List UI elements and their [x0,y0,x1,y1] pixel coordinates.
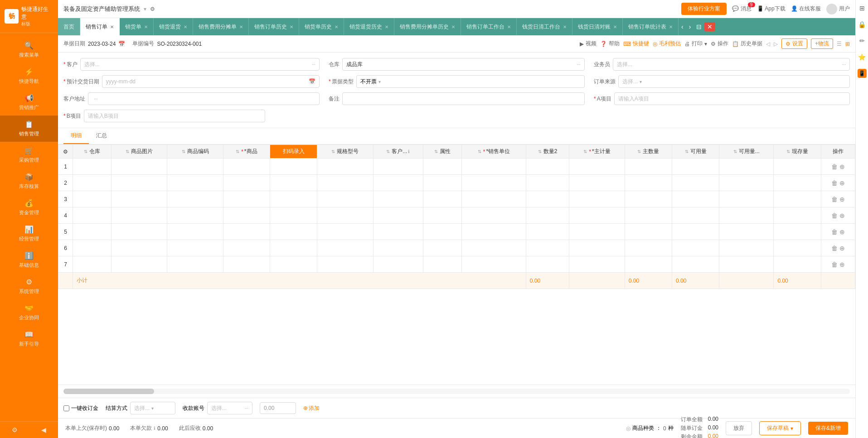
row-5-main-unit[interactable] [569,224,625,240]
row-6-product-image[interactable] [111,240,167,256]
order-source-select[interactable]: 选择... ▾ [618,75,850,88]
row-6-customer-code[interactable] [373,240,423,256]
settings-icon[interactable]: ⚙ [150,6,155,12]
row-4-customer-code[interactable] [373,207,423,224]
row-3-warehouse[interactable] [73,191,112,207]
row-6-sales-unit[interactable] [462,240,526,256]
row-7-sales-unit[interactable] [462,256,526,273]
tab-expense[interactable]: 销售费用分摊单 ✕ [193,18,249,35]
row-3-product[interactable] [223,191,270,207]
tab-daily-workbench-close[interactable]: ✕ [563,24,567,29]
online-service-link[interactable]: 👤 在线客服 [791,5,821,13]
row-2-delete-btn[interactable]: 🗑 [831,179,838,187]
row-7-product-image[interactable] [111,256,167,273]
right-panel-grid-icon[interactable]: ⊞ [858,4,867,13]
tab-return-history[interactable]: 销货退货历史 ✕ [344,18,394,35]
tab-next-button[interactable]: › [686,23,694,30]
row-1-delete-btn[interactable]: 🗑 [831,163,838,170]
row-3-product-image[interactable] [111,191,167,207]
tab-stats-close[interactable]: ✕ [669,24,673,29]
collapse-sidebar-icon[interactable]: ◀ [41,426,46,433]
row-3-spec[interactable] [317,191,373,207]
row-3-attribute[interactable] [423,191,462,207]
row-3-delete-btn[interactable]: 🗑 [831,196,838,203]
row-4-main-qty[interactable] [625,207,672,224]
history-nav-prev[interactable]: ◁ [766,41,770,47]
row-1-attribute[interactable] [423,159,462,175]
b-project-input[interactable]: 请输入B项目 [84,110,265,122]
tab-daily-workbench[interactable]: 钱货日清工作台 ✕ [517,18,572,35]
row-1-product-image[interactable] [111,159,167,175]
row-5-sales-unit[interactable] [462,224,526,240]
row-2-product-code[interactable] [167,175,223,191]
row-2-attribute[interactable] [423,175,462,191]
row-1-spec[interactable] [317,159,373,175]
sales-unit-sort-icon[interactable]: ⇅ [478,149,481,154]
sidebar-item-system[interactable]: ⚙ 系统管理 [0,273,58,299]
row-3-sales-unit[interactable] [462,191,526,207]
row-5-product-code[interactable] [167,224,223,240]
tab-stats[interactable]: 销售订单统计表 ✕ [623,18,679,35]
sidebar-item-marketing[interactable]: 📢 营销推广 [0,89,58,116]
row-5-product-image[interactable] [111,224,167,240]
row-2-product-image[interactable] [111,175,167,191]
history-btn[interactable]: 📋 历史单据 [732,40,762,48]
main-unit-sort-icon[interactable]: ⇅ [583,149,587,154]
row-5-spec[interactable] [317,224,373,240]
row-2-main-unit[interactable] [569,175,625,191]
tab-order-workbench-close[interactable]: ✕ [507,24,511,29]
one-click-payment-input[interactable] [63,405,69,411]
sidebar-item-basics[interactable]: ℹ️ 基础信息 [0,247,58,273]
row-7-product[interactable] [223,256,270,273]
row-5-product[interactable] [223,224,270,240]
row-1-product-code[interactable] [167,159,223,175]
row-4-main-unit[interactable] [569,207,625,224]
row-1-main-qty[interactable] [625,159,672,175]
row-7-attribute[interactable] [423,256,462,273]
delivery-date-calendar-icon[interactable]: 📅 [309,78,315,85]
row-1-copy-btn[interactable]: ⊕ [839,163,845,170]
row-4-quantity2[interactable] [526,207,569,224]
tab-return-history-close[interactable]: ✕ [385,24,388,29]
scrollbar-track[interactable] [63,389,850,394]
sidebar-item-quicknav[interactable]: ⚡ 快捷导航 [0,63,58,89]
row-3-product-code[interactable] [167,191,223,207]
row-6-spec[interactable] [317,240,373,256]
th-settings[interactable]: ⚙ [58,145,73,159]
row-2-spec[interactable] [317,175,373,191]
row-6-warehouse[interactable] [73,240,112,256]
invoice-type-select[interactable]: 不开票 ▾ [356,75,585,88]
remarks-input[interactable] [342,92,585,105]
row-7-quantity2[interactable] [526,256,569,273]
row-7-copy-btn[interactable]: ⊕ [839,261,845,268]
row-6-attribute[interactable] [423,240,462,256]
row-4-product-code[interactable] [167,207,223,224]
salesperson-expand-icon[interactable]: ··· [842,62,846,67]
shortcut-btn[interactable]: ⌨ 快捷键 [623,40,649,48]
scrollbar-thumb[interactable] [63,389,154,394]
row-5-customer-code[interactable] [373,224,423,240]
tab-home[interactable]: 首页 [58,18,80,35]
tab-sales-order[interactable]: 销售订单 ✕ [80,18,120,35]
available-qty-sort-icon[interactable]: ⇅ [685,149,689,154]
row-7-customer-code[interactable] [373,256,423,273]
print-btn[interactable]: 🖨 打印 ▾ [684,40,707,48]
sidebar-item-search[interactable]: 🔍 搜索菜单 [0,37,58,63]
tab-sales-order-close[interactable]: ✕ [110,24,114,29]
row-4-product[interactable] [223,207,270,224]
sidebar-item-finance[interactable]: 💰 资金管理 [0,194,58,221]
row-1-product[interactable] [223,159,270,175]
row-4-product-image[interactable] [111,207,167,224]
row-3-main-unit[interactable] [569,191,625,207]
row-6-main-qty[interactable] [625,240,672,256]
row-7-product-code[interactable] [167,256,223,273]
row-2-sales-unit[interactable] [462,175,526,191]
row-7-warehouse[interactable] [73,256,112,273]
account-input[interactable]: 选择... ··· [207,402,252,414]
row-3-customer-code[interactable] [373,191,423,207]
row-3-main-qty[interactable] [625,191,672,207]
row-3-quantity2[interactable] [526,191,569,207]
tab-daily-reconcile-close[interactable]: ✕ [613,24,617,29]
sidebar-item-sales[interactable]: 📋 销售管理 [0,116,58,142]
row-6-main-unit[interactable] [569,240,625,256]
